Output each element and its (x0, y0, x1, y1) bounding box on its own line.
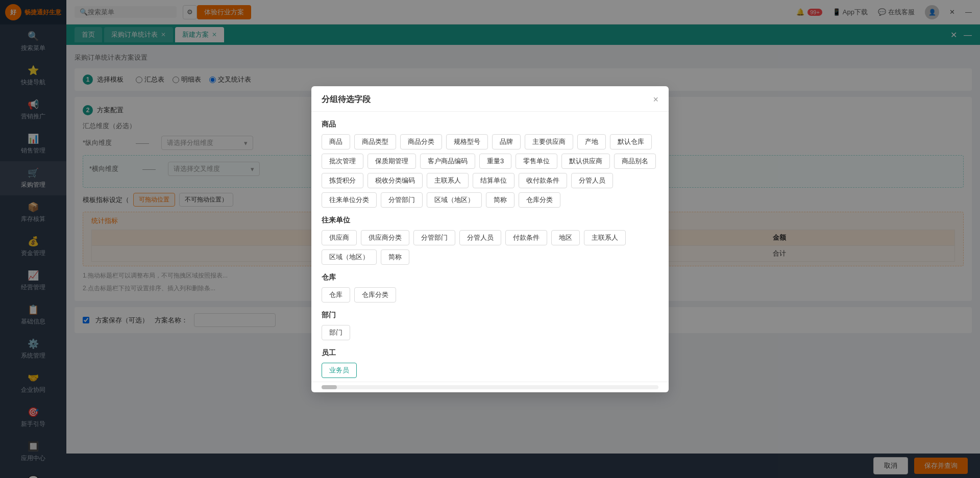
field-tag-0-21[interactable]: 往来单位分类 (322, 192, 377, 208)
field-tag-0-0[interactable]: 商品 (322, 134, 350, 149)
section-title-0: 商品 (322, 120, 658, 129)
field-tags-3: 部门 (322, 325, 658, 340)
field-tag-0-25[interactable]: 仓库分类 (519, 192, 560, 208)
field-tags-1: 供应商供应商分类分管部门分管人员付款条件地区主联系人区域（地区）简称 (322, 230, 658, 265)
field-tag-0-3[interactable]: 规格型号 (446, 134, 488, 149)
field-tag-0-15[interactable]: 拣货积分 (322, 173, 363, 188)
section-title-1: 往来单位 (322, 216, 658, 225)
field-tag-0-1[interactable]: 商品类型 (354, 134, 396, 149)
field-tags-0: 商品商品类型商品分类规格型号品牌主要供应商产地默认仓库批次管理保质期管理客户商品… (322, 134, 658, 208)
field-tags-4: 业务员 (322, 363, 658, 378)
modal-body: 商品商品商品类型商品分类规格型号品牌主要供应商产地默认仓库批次管理保质期管理客户… (311, 112, 669, 382)
field-tag-1-8[interactable]: 简称 (381, 249, 409, 265)
field-tag-0-16[interactable]: 税收分类编码 (368, 173, 423, 188)
field-tag-1-0[interactable]: 供应商 (322, 230, 357, 245)
field-tag-0-5[interactable]: 主要供应商 (525, 134, 573, 149)
field-tag-3-0[interactable]: 部门 (322, 325, 350, 340)
field-tag-0-19[interactable]: 收付款条件 (519, 173, 567, 188)
field-tag-2-1[interactable]: 仓库分类 (354, 287, 396, 303)
field-tag-1-1[interactable]: 供应商分类 (361, 230, 409, 245)
modal-close-btn[interactable]: × (653, 94, 658, 105)
field-tag-0-6[interactable]: 产地 (577, 134, 606, 149)
field-tag-0-24[interactable]: 简称 (486, 192, 514, 208)
field-tag-0-11[interactable]: 重量3 (479, 154, 511, 169)
field-tag-0-8[interactable]: 批次管理 (322, 154, 363, 169)
field-tag-0-20[interactable]: 分管人员 (571, 173, 613, 188)
field-tag-0-14[interactable]: 商品别名 (614, 154, 656, 169)
field-tag-1-6[interactable]: 主联系人 (584, 230, 626, 245)
field-tag-0-12[interactable]: 零售单位 (516, 154, 557, 169)
field-tag-0-23[interactable]: 区域（地区） (427, 192, 482, 208)
field-tag-0-7[interactable]: 默认仓库 (610, 134, 652, 149)
field-tag-0-4[interactable]: 品牌 (492, 134, 521, 149)
field-tag-1-5[interactable]: 地区 (551, 230, 580, 245)
field-tag-1-3[interactable]: 分管人员 (459, 230, 501, 245)
section-title-2: 仓库 (322, 273, 658, 282)
field-tag-1-4[interactable]: 付款条件 (505, 230, 547, 245)
field-tag-0-22[interactable]: 分管部门 (381, 192, 423, 208)
field-tag-1-7[interactable]: 区域（地区） (322, 249, 377, 265)
field-tag-0-2[interactable]: 商品分类 (400, 134, 442, 149)
field-tag-4-0[interactable]: 业务员 (322, 363, 357, 378)
field-tags-2: 仓库仓库分类 (322, 287, 658, 303)
field-tag-0-17[interactable]: 主联系人 (427, 173, 469, 188)
modal: 分组待选字段 × 商品商品商品类型商品分类规格型号品牌主要供应商产地默认仓库批次… (311, 86, 669, 392)
modal-header: 分组待选字段 × (311, 86, 669, 112)
field-tag-0-9[interactable]: 保质期管理 (368, 154, 416, 169)
field-tag-2-0[interactable]: 仓库 (322, 287, 350, 303)
modal-overlay[interactable]: 分组待选字段 × 商品商品商品类型商品分类规格型号品牌主要供应商产地默认仓库批次… (0, 0, 980, 478)
field-tag-0-10[interactable]: 客户商品编码 (420, 154, 475, 169)
modal-title: 分组待选字段 (322, 94, 371, 105)
section-title-4: 员工 (322, 348, 658, 358)
field-tag-0-13[interactable]: 默认供应商 (561, 154, 610, 169)
section-title-3: 部门 (322, 311, 658, 320)
field-tag-1-2[interactable]: 分管部门 (413, 230, 455, 245)
field-tag-0-18[interactable]: 结算单位 (473, 173, 514, 188)
